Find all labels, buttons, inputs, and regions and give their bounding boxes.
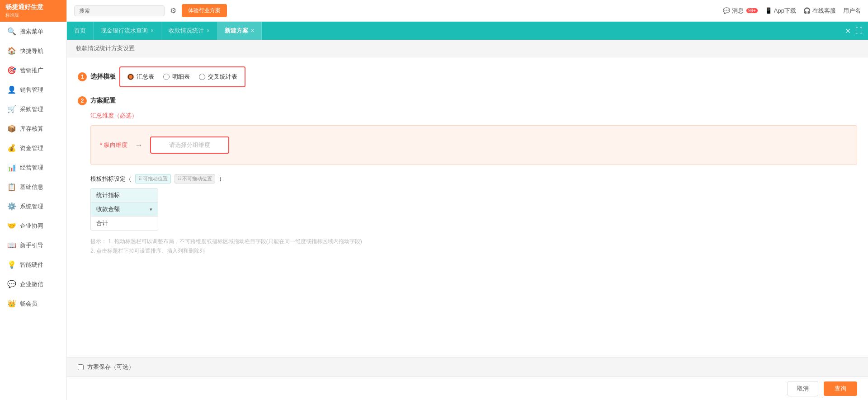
dimension-select[interactable]: 请选择分组维度 [150,136,229,154]
radio-item-summary[interactable]: 汇总表 [127,73,154,81]
sidebar-item-label: 新手引导 [20,241,43,249]
app-download-label: App下载 [774,7,796,15]
sidebar-item-系统管理[interactable]: ⚙️系统管理 [0,197,66,216]
stats-column-header[interactable]: 收款金额 ▾ [91,202,158,216]
sidebar-icon: 🏠 [7,47,16,55]
sidebar-item-企业协同[interactable]: 🤝企业协同 [0,216,66,235]
radio-label-cross: 交叉统计表 [208,73,237,81]
sidebar-edition: 标准版 [5,12,43,19]
sidebar-item-label: 企业微信 [20,280,43,288]
sidebar-item-销售管理[interactable]: 👤销售管理 [0,80,66,99]
trial-button[interactable]: 体验行业方案 [182,4,227,17]
sidebar-icon: 👤 [7,85,16,94]
sidebar-item-库存核算[interactable]: 📦库存核算 [0,119,66,138]
sidebar-item-企业微信[interactable]: 💬企业微信 [0,274,66,294]
stats-row-label: 合计 [96,220,108,226]
notification-item[interactable]: 💬 消息 99+ [723,7,758,15]
notification-icon: 💬 [723,7,730,14]
sidebar-item-基础信息[interactable]: 📋基础信息 [0,177,66,197]
sidebar-item-label: 畅会员 [20,300,38,308]
sidebar-item-新手引导[interactable]: 📖新手引导 [0,235,66,255]
breadcrumb: 收款情况统计方案设置 [67,40,868,57]
tab-close-icon[interactable]: × [251,28,254,34]
main-content: ⚙ 体验行业方案 💬 消息 99+ 📱 App下载 🎧 在线客服 用户名 首页现… [67,0,868,400]
tips-section: 提示： 1. 拖动标题栏可以调整布局，不可跨维度或指标区域拖动栏目字段(只能在同… [90,238,857,255]
app-download-item[interactable]: 📱 App下载 [765,7,796,15]
sidebar-item-搜索菜单[interactable]: 🔍搜索菜单 [0,22,66,41]
radio-item-cross[interactable]: 交叉统计表 [199,73,237,81]
sidebar-icon: 📊 [7,163,16,172]
step2-title: 方案配置 [90,97,116,105]
query-button[interactable]: 查询 [824,381,857,396]
stats-table-header[interactable]: 统计指标 [91,188,158,202]
non-draggable-icon: ⠿ [178,176,181,182]
radio-item-detail[interactable]: 明细表 [163,73,190,81]
radio-input-summary[interactable] [127,74,134,80]
tab-close-icon[interactable]: × [207,28,210,34]
save-checkbox[interactable] [78,364,84,370]
sidebar-item-label: 库存核算 [20,125,43,133]
sidebar-item-营销推广[interactable]: 🎯营销推广 [0,61,66,80]
tab-label: 首页 [74,27,86,35]
sidebar-item-label: 基础信息 [20,183,43,191]
sidebar: 畅捷通好生意 标准版 🔍搜索菜单🏠快捷导航🎯营销推广👤销售管理🛒采购管理📦库存核… [0,0,67,400]
stats-column-label: 收款金额 [96,205,120,213]
indicator-header: 模板指标设定（ ⠿ 可拖动位置 ⠿ 不可拖动位置 ） [90,174,857,184]
stats-indicator-label: 统计指标 [96,191,120,199]
sidebar-icon: ⚙️ [7,202,16,211]
sidebar-item-畅会员[interactable]: 👑畅会员 [0,294,66,313]
user-item[interactable]: 用户名 [843,7,861,15]
cancel-button[interactable]: 取消 [788,381,818,396]
search-input[interactable] [74,5,165,16]
sidebar-item-经营管理[interactable]: 📊经营管理 [0,158,66,177]
radio-input-detail[interactable] [163,74,170,80]
sidebar-item-label: 搜索菜单 [20,28,43,36]
sidebar-item-label: 营销推广 [20,66,43,75]
sidebar-icon: 💬 [7,280,16,288]
header: ⚙ 体验行业方案 💬 消息 99+ 📱 App下载 🎧 在线客服 用户名 [67,0,868,22]
dimension-area: * 纵向维度 → 请选择分组维度 [90,125,857,165]
gear-icon[interactable]: ⚙ [170,6,176,15]
draggable-label: 可拖动位置 [143,175,168,182]
sidebar-logo-text: 畅捷通好生意 [5,3,43,11]
sidebar-item-快捷导航[interactable]: 🏠快捷导航 [0,41,66,61]
online-service-item[interactable]: 🎧 在线客服 [803,7,836,15]
sidebar-icon: 🛒 [7,105,16,113]
sidebar-item-智能硬件[interactable]: 💡智能硬件 [0,255,66,274]
sidebar-logo: 畅捷通好生意 标准版 [0,0,66,22]
step1-header: 1 选择模板 汇总表明细表交叉统计表 [78,66,857,87]
indicator-closing: ） [219,175,225,183]
sidebar-icon: 💡 [7,260,16,269]
sidebar-icon: 📦 [7,124,16,133]
save-section: 方案保存（可选） [67,357,868,376]
radio-input-cross[interactable] [199,74,205,80]
close-window-icon[interactable]: ✕ [845,27,851,35]
dimension-section-title: 汇总维度（必选） [90,112,857,120]
sidebar-nav: 🔍搜索菜单🏠快捷导航🎯营销推广👤销售管理🛒采购管理📦库存核算💰资金管理📊经营管理… [0,22,66,313]
tab-close-icon[interactable]: × [151,28,154,34]
sidebar-item-资金管理[interactable]: 💰资金管理 [0,138,66,158]
tab-收款情况统计[interactable]: 收款情况统计× [161,22,217,40]
tip-line: 提示： 1. 拖动标题栏可以调整布局，不可跨维度或指标区域拖动栏目字段(只能在同… [90,238,857,245]
sidebar-item-label: 资金管理 [20,144,43,152]
draggable-icon: ⠿ [138,176,142,182]
radio-label-detail: 明细表 [172,73,190,81]
step2-badge: 2 [78,96,87,105]
tab-新建方案[interactable]: 新建方案× [217,22,262,40]
sidebar-icon: 👑 [7,299,16,308]
sidebar-item-采购管理[interactable]: 🛒采购管理 [0,99,66,119]
tab-首页[interactable]: 首页 [67,22,94,40]
sidebar-item-label: 快捷导航 [20,47,43,55]
content-area: 收款情况统计方案设置 1 选择模板 汇总表明细表交叉统计表 2 方案配置 [67,40,868,376]
sidebar-icon: 📋 [7,183,16,191]
window-controls: ✕ ⛶ [840,22,868,40]
tabs-bar: 首页现金银行流水查询×收款情况统计×新建方案× ✕ ⛶ [67,22,868,40]
notification-label: 消息 [732,7,744,15]
stats-table: 统计指标 收款金额 ▾ 合计 [90,188,158,231]
draggable-indicator: ⠿ 可拖动位置 [135,174,171,184]
non-draggable-label: 不可拖动位置 [182,175,212,182]
tab-现金银行流水查询[interactable]: 现金银行流水查询× [94,22,161,40]
tip-line: 2. 点击标题栏下拉可设置排序、插入列和删除列 [90,247,857,255]
app-download-icon: 📱 [765,7,772,14]
maximize-window-icon[interactable]: ⛶ [855,27,863,35]
